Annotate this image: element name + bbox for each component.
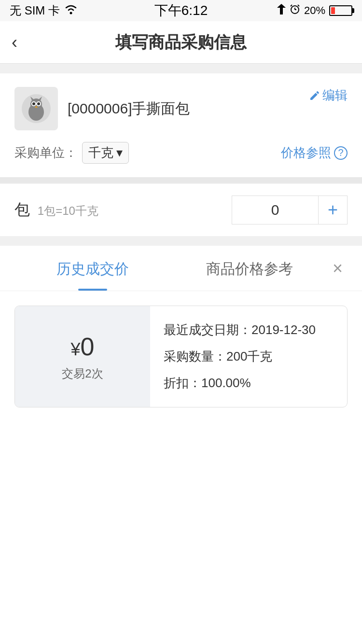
quantity-input[interactable]: 0: [232, 196, 319, 224]
tab-close-button[interactable]: ×: [328, 249, 348, 288]
tab-product-price-ref[interactable]: 商品价格参考: [171, 246, 327, 291]
discount-label: 折扣：: [164, 376, 201, 390]
battery-percent: 20%: [304, 4, 325, 17]
quantity-plus-button[interactable]: +: [319, 196, 348, 224]
status-right: 20%: [277, 4, 352, 17]
product-name: [0000006]手撕面包: [68, 99, 190, 119]
back-button[interactable]: ‹: [12, 32, 17, 53]
plus-icon: +: [328, 200, 338, 220]
price-ref-label: 价格参照: [281, 144, 331, 161]
price-card-right: 最近成交日期：2019-12-30 采购数量：200千克 折扣：100.00%: [150, 306, 347, 407]
price-card-left: ¥0 交易2次: [15, 306, 150, 407]
nav-bar: ‹ 填写商品采购信息: [0, 21, 362, 64]
price-card: ¥0 交易2次 最近成交日期：2019-12-30 采购数量：200千克 折扣：…: [14, 306, 348, 407]
location-icon: [277, 4, 286, 17]
product-header: [0000006]手撕面包 编辑: [14, 87, 348, 130]
status-bar: 无 SIM 卡 下午6:12 20%: [0, 0, 362, 21]
quantity-value-display: 200千克: [226, 349, 272, 364]
tabs-header: 历史成交价 商品价格参考 ×: [0, 246, 362, 291]
quantity-section: 包 1包=10千克 0 +: [0, 184, 362, 236]
quantity-row: 采购数量：200千克: [164, 347, 334, 366]
product-image-icon: [19, 92, 53, 126]
status-left: 无 SIM 卡: [10, 3, 78, 18]
product-unit-row: 采购单位： 千克 ▾ 价格参照 ?: [14, 142, 348, 164]
product-card: [0000006]手撕面包 编辑 采购单位： 千克 ▾ 价格参照 ?: [0, 73, 362, 177]
dropdown-arrow-icon: ▾: [116, 145, 123, 160]
alarm-icon: [290, 4, 300, 17]
page-title: 填写商品采购信息: [115, 31, 247, 54]
white-content-area: [0, 422, 362, 644]
price-value: 0: [81, 333, 95, 361]
tab-product-price-ref-label: 商品价格参考: [206, 261, 293, 277]
price-display: ¥0: [71, 333, 95, 361]
svg-point-11: [32, 102, 35, 105]
quantity-label: 采购数量：: [164, 349, 226, 364]
svg-line-5: [298, 5, 299, 6]
recent-date-row: 最近成交日期：2019-12-30: [164, 321, 334, 339]
unit-label: 采购单位：: [14, 144, 77, 161]
divider: [0, 177, 362, 183]
quantity-unit-main: 包: [14, 201, 30, 218]
svg-point-12: [37, 102, 40, 105]
trades-count: 交易2次: [62, 366, 103, 381]
unit-value: 千克: [88, 144, 113, 161]
history-price-content: ¥0 交易2次 最近成交日期：2019-12-30 采购数量：200千克 折扣：…: [0, 291, 362, 422]
svg-point-0: [70, 12, 72, 14]
unit-select[interactable]: 千克 ▾: [82, 142, 129, 164]
product-thumbnail: [14, 87, 58, 130]
quantity-value: 0: [271, 202, 279, 218]
svg-line-4: [291, 5, 292, 6]
tabs-container: 历史成交价 商品价格参考 × ¥0 交易2次 最近成交日期：2019-12-30: [0, 246, 362, 644]
status-time: 下午6:12: [154, 1, 208, 20]
price-ref-help-icon: ?: [334, 146, 348, 160]
quantity-label-container: 包 1包=10千克: [14, 199, 98, 221]
recent-date-label: 最近成交日期：: [164, 322, 251, 337]
quantity-controls: 0 +: [232, 196, 348, 224]
discount-value: 100.00%: [201, 376, 251, 390]
quantity-unit-sub: 1包=10千克: [38, 204, 98, 217]
edit-button[interactable]: 编辑: [309, 87, 348, 104]
carrier-text: 无 SIM 卡: [10, 3, 60, 18]
battery-icon: [329, 4, 352, 17]
wifi-icon: [64, 4, 78, 17]
price-reference-button[interactable]: 价格参照 ?: [281, 144, 348, 161]
edit-label: 编辑: [322, 87, 348, 104]
tab-history-price[interactable]: 历史成交价: [14, 246, 171, 291]
edit-icon: [309, 90, 320, 101]
unit-container: 采购单位： 千克 ▾: [14, 142, 129, 164]
tab-history-price-label: 历史成交价: [56, 261, 129, 277]
recent-date-value: 2019-12-30: [251, 322, 316, 337]
product-left: [0000006]手撕面包: [14, 87, 190, 130]
price-amount-container: ¥0: [71, 332, 95, 361]
currency-symbol: ¥: [71, 339, 81, 359]
discount-row: 折扣：100.00%: [164, 374, 334, 392]
